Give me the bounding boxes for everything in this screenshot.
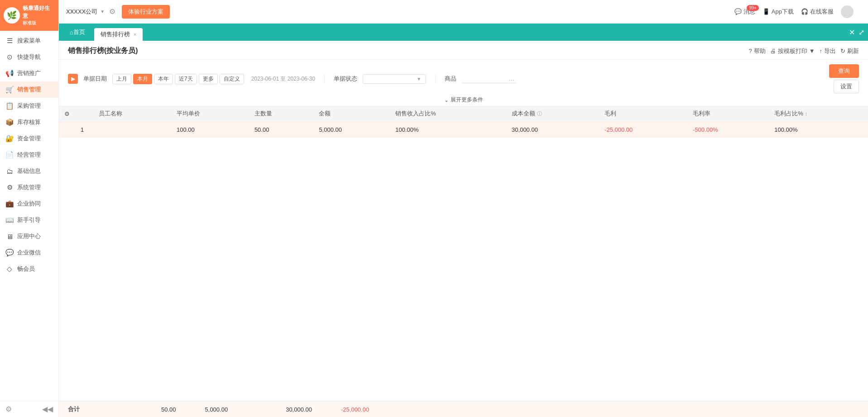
- sidebar-collapse-icon[interactable]: ◀◀: [42, 405, 53, 413]
- th-cost: 成本全额 ⓘ: [506, 105, 599, 122]
- online-service-label: 在线客服: [810, 8, 834, 16]
- sidebar-item-member[interactable]: ◇ 畅会员: [0, 261, 58, 277]
- sidebar-item-marketing[interactable]: 📢 营销推广: [0, 65, 58, 81]
- refresh-label: 刷新: [847, 47, 859, 55]
- expand-more-button[interactable]: ⌄ 展开更多条件: [444, 96, 483, 104]
- sidebar-item-base[interactable]: 🗂 基础信息: [0, 163, 58, 179]
- sidebar-settings-icon[interactable]: ⚙: [5, 405, 12, 413]
- bottom-total-bar: 合计 50.00 5,000.00 30,000.00 -25,000.00: [59, 401, 868, 417]
- td-settings: [59, 122, 75, 138]
- goods-filter-input[interactable]: …: [462, 74, 516, 83]
- sidebar-item-inventory[interactable]: 📦 库存核算: [0, 114, 58, 130]
- expand-chevron-icon: ⌄: [444, 97, 449, 103]
- td-rank: 1: [75, 122, 93, 138]
- gross-pct-sort-icon[interactable]: ↕: [805, 111, 807, 116]
- trial-button[interactable]: 体验行业方案: [122, 5, 170, 19]
- tab-home[interactable]: ⌂ 首页: [62, 24, 92, 41]
- sidebar-item-enterprise[interactable]: 💼 企业协同: [0, 196, 58, 212]
- date-btn-more[interactable]: 更多: [199, 74, 218, 84]
- sidebar-item-purchase[interactable]: 📋 采购管理: [0, 98, 58, 114]
- sidebar-item-finance-label: 资金管理: [17, 134, 41, 143]
- filter-section: ▶ 单据日期 上月 本月 本年 近7天 更多 自定义 2023-06-01 至 …: [59, 60, 868, 105]
- help-button[interactable]: ? 帮助: [748, 47, 765, 55]
- app-download-button[interactable]: 📱 App下载: [762, 8, 794, 16]
- sidebar-item-operations[interactable]: 📄 经营管理: [0, 147, 58, 163]
- finance-icon: 🔐: [5, 134, 14, 143]
- cost-info-icon[interactable]: ⓘ: [537, 111, 542, 116]
- enterprise-icon: 💼: [5, 200, 14, 208]
- tab-sales-ranking-label: 销售排行榜: [101, 30, 130, 38]
- date-btn-last-month[interactable]: 上月: [112, 74, 131, 84]
- query-button[interactable]: 查询: [829, 64, 859, 78]
- status-select[interactable]: ▼: [363, 74, 426, 84]
- sidebar-item-wechat-label: 企业微信: [17, 249, 41, 257]
- expand-label: 展开更多条件: [451, 96, 483, 104]
- page-header: 销售排行榜(按业务员) ? 帮助 🖨 按模板打印 ▼ ↑ 导出 ↻ 刷新: [59, 41, 868, 60]
- th-quantity: 主数量: [249, 105, 314, 122]
- headset-icon: 🎧: [801, 8, 808, 15]
- user-avatar[interactable]: [841, 5, 854, 18]
- export-button[interactable]: ↑ 导出: [820, 47, 836, 55]
- th-name: 员工名称: [93, 105, 171, 122]
- date-btn-7days[interactable]: 近7天: [175, 74, 197, 84]
- topbar-settings-icon[interactable]: ⚙: [109, 7, 115, 16]
- quick-nav-icon: ⊙: [5, 53, 14, 61]
- date-btn-this-year[interactable]: 本年: [154, 74, 173, 84]
- th-settings[interactable]: ⚙: [59, 105, 75, 122]
- ranking-table: ⚙ 员工名称 平均单价 主数量 全额 销售收入占比% 成本全额 ⓘ 毛利: [59, 105, 868, 138]
- tab-close-all-icon[interactable]: ✕: [849, 28, 855, 37]
- page-title: 销售排行榜(按业务员): [68, 46, 138, 56]
- footer-label: 合计: [68, 405, 80, 413]
- sidebar-item-sales[interactable]: 🛒 销售管理: [0, 81, 58, 98]
- page-actions: ? 帮助 🖨 按模板打印 ▼ ↑ 导出 ↻ 刷新: [748, 47, 859, 55]
- inventory-icon: 📦: [5, 118, 14, 126]
- wechat-icon: 💬: [5, 249, 14, 257]
- tab-close-icon[interactable]: ×: [134, 32, 136, 37]
- sidebar-item-search-label: 搜索菜单: [17, 37, 41, 45]
- print-chevron-icon: ▼: [809, 48, 815, 54]
- td-gross-rate: -500.00%: [687, 122, 769, 138]
- content-area: 销售排行榜(按业务员) ? 帮助 🖨 按模板打印 ▼ ↑ 导出 ↻ 刷新: [59, 41, 868, 417]
- sidebar-item-guide[interactable]: 📖 新手引导: [0, 212, 58, 228]
- sidebar-item-quick-nav[interactable]: ⊙ 快捷导航: [0, 49, 58, 65]
- sidebar-item-apps[interactable]: 🖥 应用中心: [0, 228, 58, 244]
- date-filter-label: 单据日期: [83, 75, 107, 83]
- td-gross-pct: 100.00%: [769, 122, 868, 138]
- print-button[interactable]: 🖨 按模板打印 ▼: [770, 47, 815, 55]
- sidebar-item-system[interactable]: ⚙ 系统管理: [0, 179, 58, 196]
- sidebar: 🌿 畅康通好生意 标准版 ☰ 搜索菜单 ⊙ 快捷导航 📢 营销推广 🛒 销售管理…: [0, 0, 59, 417]
- filter-toggle-btn[interactable]: ▶: [68, 74, 78, 84]
- sidebar-item-finance[interactable]: 🔐 资金管理: [0, 130, 58, 147]
- refresh-button[interactable]: ↻ 刷新: [840, 47, 859, 55]
- date-btn-custom[interactable]: 自定义: [220, 74, 244, 84]
- topbar-right: 💬 消息 99+ 📱 App下载 🎧 在线客服: [734, 5, 861, 18]
- sidebar-item-wechat[interactable]: 💬 企业微信: [0, 244, 58, 261]
- logo-main-text: 畅康通好生意: [23, 5, 55, 20]
- app-download-icon: 📱: [762, 8, 770, 15]
- message-button[interactable]: 💬 消息 99+: [734, 8, 755, 16]
- topbar: XXXXX公司 ▼ ⚙ 体验行业方案 💬 消息 99+ 📱 App下载 🎧 在线…: [59, 0, 868, 24]
- marketing-icon: 📢: [5, 69, 14, 77]
- company-selector[interactable]: XXXXX公司 ▼: [66, 8, 105, 16]
- th-gross: 毛利: [599, 105, 687, 122]
- sidebar-item-search[interactable]: ☰ 搜索菜单: [0, 33, 58, 49]
- logo-sub-text: 标准版: [23, 20, 55, 26]
- td-gross: -25,000.00: [599, 122, 687, 138]
- company-chevron-icon: ▼: [100, 9, 105, 14]
- settings-button[interactable]: 设置: [834, 80, 859, 93]
- date-btn-this-month[interactable]: 本月: [133, 74, 152, 84]
- th-rank: [75, 105, 93, 122]
- tab-expand-icon[interactable]: ⤢: [858, 28, 864, 37]
- th-amount: 全额: [313, 105, 390, 122]
- online-service-button[interactable]: 🎧 在线客服: [801, 8, 834, 16]
- column-settings-icon[interactable]: ⚙: [64, 110, 70, 117]
- logo-icon: 🌿: [4, 7, 20, 24]
- message-icon: 💬: [734, 8, 742, 15]
- print-label: 按模板打印: [778, 47, 807, 55]
- sidebar-item-sales-label: 销售管理: [17, 86, 41, 94]
- print-icon: 🖨: [770, 48, 776, 54]
- th-gross-pct: 毛利占比% ↕: [769, 105, 868, 122]
- tab-sales-ranking[interactable]: 销售排行榜 ×: [94, 28, 143, 41]
- operations-icon: 📄: [5, 151, 14, 159]
- expand-row: ⌄ 展开更多条件: [68, 93, 859, 105]
